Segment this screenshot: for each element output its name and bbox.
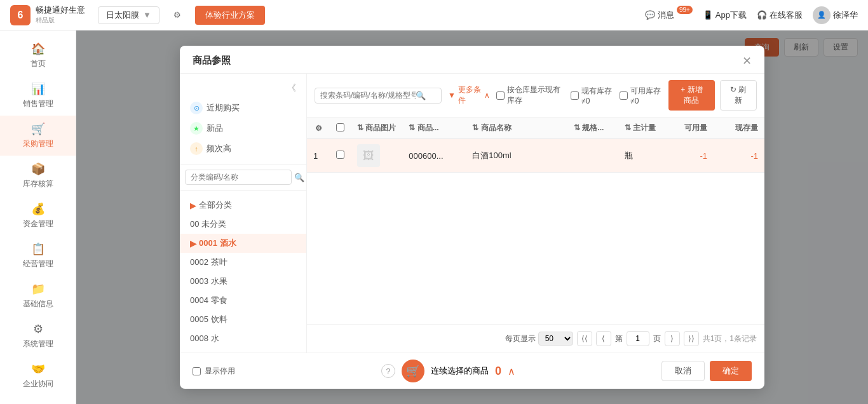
product-search-input[interactable]	[320, 91, 416, 100]
phone-icon: 📱	[703, 10, 713, 20]
sidebar-item-system[interactable]: ⚙ 系统管理	[0, 316, 76, 356]
show-disabled-checkbox[interactable]: 显示停用	[193, 366, 235, 377]
modal-header: 商品参照 ✕	[180, 46, 764, 74]
row-num: 1	[307, 139, 330, 173]
select-all-checkbox[interactable]	[336, 123, 344, 131]
sort-icon-name: ⇅	[472, 123, 478, 132]
modal-body: 《 ⊙ 近期购买 ★ 新品 ↑	[180, 74, 764, 353]
app-download-button[interactable]: 📱 App下载	[703, 10, 747, 21]
search-icon[interactable]: 🔍	[416, 91, 426, 100]
sidebar-item-guide[interactable]: 📖 新手引导	[0, 396, 76, 404]
new-icon: ★	[190, 122, 203, 135]
sidebar-item-basic-info[interactable]: 📁 基础信息	[0, 276, 76, 316]
quick-filter-frequent[interactable]: ↑ 频次高	[185, 138, 301, 159]
category-water[interactable]: 0008 水	[180, 329, 306, 348]
quick-filter-new[interactable]: ★ 新品	[185, 118, 301, 138]
warehouse-checkbox[interactable]	[496, 91, 505, 100]
settings-icon[interactable]: ⚙	[167, 5, 187, 25]
page-size-select[interactable]: 50 100 200	[538, 332, 573, 346]
collapse-panel-button[interactable]: 《	[282, 79, 301, 98]
sidebar-item-sales[interactable]: 📊 销售管理	[0, 76, 76, 116]
sidebar-label-finance: 资金管理	[23, 219, 53, 229]
product-avail-cell: -1	[663, 139, 714, 173]
footer-collapse-icon[interactable]: ∧	[508, 365, 515, 377]
first-page-button[interactable]: ⟨⟨	[577, 331, 592, 346]
category-appliances[interactable]: 0010 家电	[180, 348, 306, 353]
help-icon[interactable]: ?	[381, 364, 395, 378]
th-image: ⇅ 商品图片	[351, 118, 402, 139]
system-icon: ⚙	[33, 322, 43, 336]
table-row[interactable]: 1 🖼 000600...	[307, 139, 764, 173]
recent-icon: ⊙	[190, 102, 203, 114]
nav-right: 💬 消息 99+ 📱 App下载 🎧 在线客服 👤 徐泽华	[645, 6, 858, 24]
sidebar-item-home[interactable]: 🏠 首页	[0, 36, 76, 76]
stock-nz-checkbox[interactable]	[571, 91, 579, 100]
more-filter-button[interactable]: ▼ 更多条件 ∧	[448, 84, 490, 106]
row-checkbox[interactable]	[336, 151, 344, 159]
category-all[interactable]: ▶ 全部分类	[180, 196, 306, 215]
next-page-button[interactable]: ⟩	[665, 331, 680, 346]
category-snacks[interactable]: 0004 零食	[180, 291, 306, 310]
category-drinks[interactable]: 0005 饮料	[180, 310, 306, 329]
category-fruit[interactable]: 0003 水果	[180, 272, 306, 291]
sort-icon-spec: ⇅	[574, 123, 580, 132]
footer-actions: 取消 确定	[661, 361, 752, 381]
sidebar-label-inventory: 库存核算	[23, 178, 53, 189]
warehouse-filter-checkbox[interactable]: 按仓库显示现有库存	[496, 84, 564, 106]
avail-nz-filter-checkbox[interactable]: 可用库存≠0	[620, 86, 662, 105]
filter-icon: ▼	[448, 91, 456, 100]
refresh-button[interactable]: ↻ 刷新	[720, 80, 757, 111]
column-settings-icon[interactable]: ⚙	[315, 124, 322, 133]
category-panel: 《 ⊙ 近期购买 ★ 新品 ↑	[180, 74, 307, 353]
content-area: 查询 刷新 设置 商品参照 ✕ 《	[76, 30, 868, 404]
message-icon: 💬	[645, 10, 655, 20]
category-alcohol[interactable]: ▶ 0001 酒水	[180, 234, 306, 253]
product-unit-cell: 瓶	[618, 139, 663, 173]
finance-icon: 💰	[31, 202, 45, 216]
category-search-icon[interactable]: 🔍	[294, 173, 304, 182]
pagination-bar: 每页显示 50 100 200 ⟨⟨ ⟨ 第 页	[307, 324, 764, 353]
product-table: ⚙ ⇅ 商品图片	[307, 118, 764, 324]
sidebar-item-finance[interactable]: 💰 资金管理	[0, 196, 76, 236]
action-buttons: + 新增商品 ↻ 刷新	[668, 80, 757, 111]
trial-button[interactable]: 体验行业方案	[195, 6, 265, 25]
quick-filter-recent[interactable]: ⊙ 近期购买	[185, 98, 301, 118]
category-search-input[interactable]	[185, 170, 292, 185]
collab-icon: 🤝	[31, 362, 45, 376]
add-product-button[interactable]: + 新增商品	[668, 80, 714, 111]
home-icon: 🏠	[31, 42, 45, 56]
category-uncategorized[interactable]: 00 未分类	[180, 215, 306, 234]
th-unit: ⇅ 主计量	[618, 118, 663, 139]
logo-area: 6 畅捷通好生意 精品版	[10, 5, 85, 25]
prev-page-button[interactable]: ⟨	[596, 331, 611, 346]
page-input[interactable]	[627, 331, 649, 346]
continuous-label: 连续选择的商品	[431, 365, 489, 377]
last-page-button[interactable]: ⟩⟩	[684, 331, 699, 346]
location-dropdown[interactable]: 日太阳膜 ▼	[98, 6, 159, 24]
avail-nz-checkbox[interactable]	[620, 91, 628, 100]
modal-close-button[interactable]: ✕	[742, 55, 752, 67]
messages-button[interactable]: 💬 消息 99+	[645, 10, 693, 21]
sidebar-label-purchase: 采购管理	[23, 138, 53, 149]
stock-nz-filter-checkbox[interactable]: 现有库存≠0	[571, 86, 613, 105]
filter-bar: 🔍 ▼ 更多条件 ∧ 按仓库显示现有库存	[307, 74, 764, 118]
sidebar-item-inventory[interactable]: 📦 库存核算	[0, 156, 76, 196]
cart-icon: 🛒	[402, 360, 424, 382]
modal-overlay: 商品参照 ✕ 《 ⊙ 近期购买	[76, 30, 868, 404]
frequent-icon: ↑	[190, 142, 203, 155]
disabled-checkbox[interactable]	[193, 367, 201, 375]
product-unit: 瓶	[625, 151, 633, 160]
category-tea[interactable]: 0002 茶叶	[180, 253, 306, 272]
cancel-button[interactable]: 取消	[661, 361, 705, 381]
sidebar-item-purchase[interactable]: 🛒 采购管理	[0, 116, 76, 156]
online-service-button[interactable]: 🎧 在线客服	[757, 10, 803, 21]
product-stock-cell: -1	[714, 139, 764, 173]
filter-chevron-icon: ∧	[484, 91, 490, 100]
user-profile[interactable]: 👤 徐泽华	[813, 6, 858, 24]
confirm-button[interactable]: 确定	[710, 361, 752, 381]
sidebar-item-operations[interactable]: 📋 经营管理	[0, 236, 76, 276]
sidebar-item-collab[interactable]: 🤝 企业协同	[0, 356, 76, 396]
avatar: 👤	[813, 6, 831, 24]
row-checkbox-cell	[330, 139, 351, 173]
page-size-wrap: 每页显示 50 100 200	[505, 332, 573, 346]
